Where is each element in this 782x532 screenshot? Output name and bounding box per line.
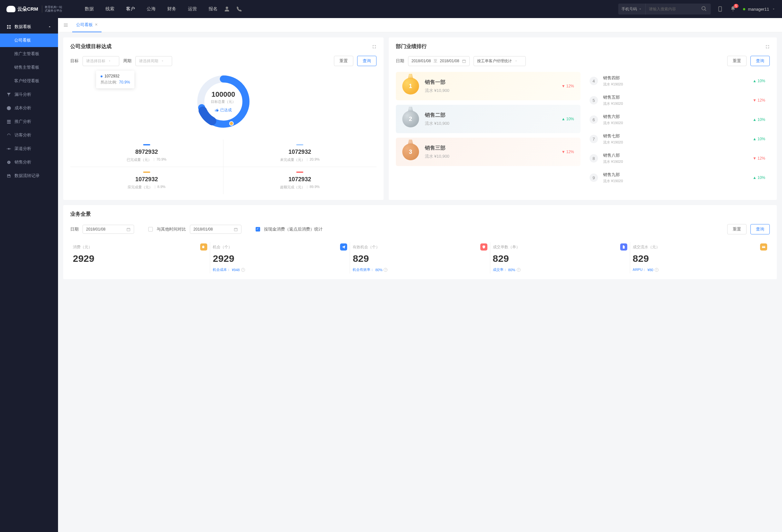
overview-date-label: 日期 (70, 226, 79, 232)
overview-reset-button[interactable]: 重置 (727, 224, 747, 235)
tab-company-board[interactable]: 公司看板 ✕ (72, 18, 102, 32)
compare-date-input[interactable]: 2018/01/08 (190, 225, 242, 234)
ranking-card: 部门业绩排行 日期 2018/01/08 至 2018/01/08 按工单客户经… (389, 37, 777, 200)
nav-item-1[interactable]: 线索 (105, 6, 114, 12)
rank-item-4: 4销售四部流水 ¥19020▲10% (585, 72, 770, 90)
device-icon[interactable] (717, 6, 723, 12)
nav-item-4[interactable]: 财务 (167, 6, 176, 12)
stat-3: 成交单数（单）829成交率：80%? (490, 242, 630, 274)
stat-icon (760, 243, 767, 251)
ranking-query-button[interactable]: 查询 (750, 56, 770, 66)
stat-0: 消费（元）2929 (70, 242, 210, 274)
user-menu[interactable]: manager11 (743, 7, 776, 11)
cash-checkbox[interactable] (256, 227, 260, 232)
search-box: 手机号码 (618, 4, 711, 14)
stat-2: 有效机会（个）829机会有效率：80%? (350, 242, 490, 274)
donut-chart: 1072932 所占比例:70.9% 100000 (70, 73, 377, 194)
close-icon[interactable]: ✕ (95, 23, 98, 27)
rank-top-1: 1销售一部流水 ¥10,900▼12% (396, 72, 580, 100)
svg-rect-4 (7, 27, 8, 28)
donut-label: 目标总量（元） (211, 99, 236, 104)
sidebar-sub-2[interactable]: 销售主管看板 (0, 61, 58, 74)
sidebar-item-2[interactable]: 推广分析 (0, 115, 58, 128)
target-card: 公司业绩目标达成 目标 请选择目标 周期 请选择周期 重置 查询 1072932 (63, 37, 384, 200)
overview-query-button[interactable]: 查询 (750, 224, 770, 235)
nav-item-2[interactable]: 客户 (126, 6, 135, 12)
nav-aux-icons (224, 6, 242, 12)
target-card-title: 公司业绩目标达成 (70, 43, 111, 50)
sidebar-section-dashboard[interactable]: 数据看板 (0, 20, 58, 34)
search-input[interactable] (646, 7, 697, 11)
sidebar-item-1[interactable]: 成本分析 (0, 101, 58, 115)
sidebar-sub-0[interactable]: 公司看板 (0, 34, 58, 47)
target-reset-button[interactable]: 重置 (334, 56, 353, 66)
logo-subtitle: 教育机构一站式服务云平台 (42, 5, 62, 12)
search-button[interactable] (697, 6, 711, 12)
user-name: manager11 (748, 7, 769, 11)
compare-checkbox[interactable] (148, 227, 153, 232)
rank-item-6: 6销售六部流水 ¥19020▲10% (585, 111, 770, 129)
stat-icon (200, 243, 207, 251)
medal-icon: 3 (402, 143, 419, 160)
rank-item-7: 7销售七部流水 ¥19020▲10% (585, 130, 770, 148)
rank-top-3: 3销售三部流水 ¥10,900▼12% (396, 138, 580, 166)
help-icon[interactable]: ? (517, 268, 521, 272)
rank-item-9: 9销售九部流水 ¥19020▲10% (585, 169, 770, 187)
help-icon[interactable]: ? (384, 268, 387, 272)
sidebar-item-icon (6, 146, 11, 151)
svg-rect-2 (7, 25, 8, 26)
user-icon[interactable] (224, 6, 230, 12)
svg-rect-12 (234, 228, 238, 231)
nav-item-6[interactable]: 报名 (209, 6, 218, 12)
svg-rect-5 (9, 27, 11, 28)
rank-item-8: 8销售八部流水 ¥19020▼12% (585, 149, 770, 167)
calendar-icon (127, 227, 131, 232)
target-select[interactable]: 请选择目标 (82, 56, 119, 66)
sidebar-item-0[interactable]: 漏斗分析 (0, 88, 58, 101)
stat-icon (340, 243, 347, 251)
expand-icon[interactable] (765, 44, 770, 49)
metric-3: 1072932超额完成（元）|89.9% (223, 167, 377, 194)
svg-rect-3 (9, 25, 11, 26)
medal-icon: 1 (402, 78, 419, 95)
sidebar-item-5[interactable]: 销售分析 (0, 155, 58, 169)
target-label: 目标 (70, 58, 79, 64)
sidebar-sub-1[interactable]: 推广主管看板 (0, 47, 58, 61)
expand-icon[interactable] (372, 44, 377, 49)
period-label: 周期 (123, 58, 132, 64)
sidebar: 数据看板 公司看板推广主管看板销售主管看板客户经理看板 漏斗分析成本分析推广分析… (0, 18, 58, 532)
sidebar-item-4[interactable]: 渠道分析 (0, 142, 58, 155)
sidebar-sub-3[interactable]: 客户经理看板 (0, 74, 58, 88)
nav-items: 数据线索客户公海财务运营报名 (85, 6, 218, 12)
period-select[interactable]: 请选择周期 (135, 56, 172, 66)
search-icon (701, 6, 707, 11)
sidebar-item-3[interactable]: 访客分析 (0, 128, 58, 142)
stat-icon (620, 243, 627, 251)
notification-badge: 5 (734, 4, 739, 8)
nav-item-3[interactable]: 公海 (147, 6, 156, 12)
help-icon[interactable]: ? (655, 268, 659, 272)
date-range-input[interactable]: 2018/01/08 至 2018/01/08 (408, 56, 470, 66)
nav-item-5[interactable]: 运营 (188, 6, 197, 12)
sidebar-item-6[interactable]: 数据流转记录 (0, 169, 58, 182)
svg-point-1 (720, 11, 720, 11)
groupby-select[interactable]: 按工单客户经理统计 (473, 56, 526, 66)
sidebar-item-icon (6, 119, 11, 124)
search-type-select[interactable]: 手机号码 (618, 4, 646, 14)
overview-date-input[interactable]: 2018/01/08 (82, 225, 134, 234)
ranking-title: 部门业绩排行 (396, 43, 427, 50)
help-icon[interactable]: ? (241, 268, 245, 272)
ranking-reset-button[interactable]: 重置 (727, 56, 747, 66)
stat-1: 机会（个）2929机会成本：¥948? (210, 242, 350, 274)
nav-item-0[interactable]: 数据 (85, 6, 94, 12)
sidebar-item-icon (6, 160, 11, 165)
rank-top-2: 2销售二部流水 ¥10,900▲10% (396, 105, 580, 133)
sidebar-item-icon (6, 106, 11, 111)
chevron-up-icon (48, 25, 51, 29)
calendar-icon (234, 227, 238, 232)
target-query-button[interactable]: 查询 (357, 56, 377, 66)
main: 公司看板 ✕ 公司业绩目标达成 目标 请选择目标 周期 请选择周期 (58, 18, 782, 532)
notification-button[interactable]: 5 (730, 6, 736, 12)
phone-icon[interactable] (236, 6, 242, 12)
menu-icon[interactable] (63, 23, 68, 28)
